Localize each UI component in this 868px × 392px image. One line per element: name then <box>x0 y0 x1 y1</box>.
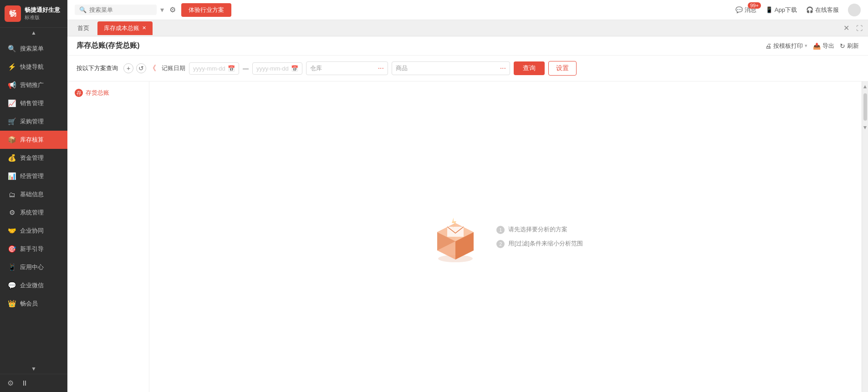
finance-icon: 💰 <box>7 153 16 163</box>
newbie-icon: 🎯 <box>7 244 16 254</box>
empty-state: 1 请先选择要分析的方案 2 用[过滤]条件来缩小分析范围 <box>149 81 862 392</box>
sidebar-item-newbie[interactable]: 🎯 新手引导 <box>0 240 67 258</box>
purchase-icon: 🛒 <box>7 117 16 126</box>
search-box[interactable]: 🔍 <box>75 5 157 15</box>
logo-area: 畅 畅捷通好生意 标准版 <box>0 0 67 28</box>
topbar-search-area: 🔍 ▾ ⚙ 体验行业方案 <box>75 3 732 17</box>
topbar-settings-icon[interactable]: ⚙ <box>168 4 178 16</box>
topbar-search-icon: 🔍 <box>79 6 87 13</box>
scroll-down-button[interactable]: ▼ <box>861 122 868 132</box>
sidebar-label-sales: 销售管理 <box>20 99 44 107</box>
print-dropdown-icon[interactable]: ▾ <box>805 43 807 49</box>
sidebar-item-vip[interactable]: 👑 畅会员 <box>0 295 67 313</box>
refresh-button[interactable]: ↻ 刷新 <box>840 42 859 50</box>
tab-inventory-ledger[interactable]: 库存成本总账 ✕ <box>97 21 153 35</box>
message-button[interactable]: 💬 消息 99+ <box>735 6 756 14</box>
scroll-thumb[interactable] <box>863 93 867 121</box>
sidebar-item-sales[interactable]: 📈 销售管理 <box>0 94 67 112</box>
tab-home[interactable]: 首页 <box>71 21 96 35</box>
search-dropdown-icon[interactable]: ▾ <box>160 5 164 14</box>
tab-close-icon[interactable]: ✕ <box>142 25 146 31</box>
filter-label: 按以下方案查询 <box>77 64 118 72</box>
content-area: 存 存货总账 <box>67 81 868 392</box>
sidebar-label-operations: 经营管理 <box>20 172 44 180</box>
export-button[interactable]: 📤 导出 <box>813 42 834 50</box>
refresh-icon: ↻ <box>840 42 845 50</box>
warehouse-select[interactable]: 仓库 ··· <box>306 61 388 75</box>
sidebar-scroll-down[interactable]: ▼ <box>31 365 36 373</box>
search-input[interactable] <box>89 6 144 13</box>
footer-toggle-icon[interactable]: ⏸ <box>21 379 28 387</box>
sidebar-label-base-info: 基础信息 <box>20 190 44 199</box>
goods-more-icon[interactable]: ··· <box>500 64 506 72</box>
scheme-icon: 存 <box>75 89 83 97</box>
tip-num-1: 1 <box>496 226 505 234</box>
app-download-button[interactable]: 📱 App下载 <box>766 6 797 14</box>
online-service-label: 在线客服 <box>815 6 839 14</box>
sidebar-item-quick-nav[interactable]: ⚡ 快捷导航 <box>0 58 67 76</box>
warehouse-more-icon[interactable]: ··· <box>378 64 384 72</box>
filter-add-button[interactable]: + <box>123 63 133 73</box>
empty-tip-1: 1 请先选择要分析的方案 <box>496 225 582 234</box>
date-label: 记账日期 <box>162 64 185 72</box>
operations-icon: 📊 <box>7 172 16 181</box>
sidebar-item-system[interactable]: ⚙ 系统管理 <box>0 204 67 222</box>
logo-text: 畅捷通好生意 标准版 <box>25 6 60 21</box>
sidebar-item-inventory[interactable]: 📦 库存核算 <box>0 131 67 149</box>
topbar: 🔍 ▾ ⚙ 体验行业方案 💬 消息 99+ 📱 App下载 🎧 在线客服 <box>67 0 868 20</box>
sidebar-label-vip: 畅会员 <box>20 300 38 308</box>
logo-icon: 畅 <box>5 5 21 22</box>
sidebar-label-purchase: 采购管理 <box>20 117 44 126</box>
query-button[interactable]: 查询 <box>514 61 545 75</box>
date-start-input[interactable]: yyyy-mm-dd 📅 <box>189 62 239 75</box>
sidebar-item-purchase[interactable]: 🛒 采购管理 <box>0 112 67 131</box>
empty-illustration-svg <box>428 209 483 264</box>
inventory-icon: 📦 <box>7 135 16 144</box>
print-icon: 🖨 <box>765 42 771 50</box>
sidebar-item-search[interactable]: 🔍 搜索菜单 <box>0 40 67 58</box>
sidebar-label-inventory: 库存核算 <box>20 136 44 144</box>
sidebar-label-app-center: 应用中心 <box>20 263 44 271</box>
enterprise-icon: 🤝 <box>7 226 16 235</box>
sidebar-item-wechat[interactable]: 💬 企业微信 <box>0 276 67 295</box>
page-content: 库存总账(存货总账) 🖨 按模板打印 ▾ 📤 导出 ↻ 刷新 按以下方案查询 <box>67 36 868 392</box>
scroll-up-button[interactable]: ▲ <box>861 81 868 92</box>
sidebar-item-base-info[interactable]: 🗂 基础信息 <box>0 185 67 204</box>
goods-select[interactable]: 商品 ··· <box>392 61 510 75</box>
online-service-button[interactable]: 🎧 在线客服 <box>806 6 839 14</box>
filter-reset-button[interactable]: ↺ <box>136 63 146 73</box>
sidebar-label-newbie: 新手引导 <box>20 245 44 253</box>
panel-close-button[interactable]: ✕ <box>840 22 853 35</box>
industry-solution-button[interactable]: 体验行业方案 <box>181 3 231 17</box>
sales-icon: 📈 <box>7 99 16 108</box>
right-scrollbar: ▲ ▼ <box>862 81 868 392</box>
export-icon: 📤 <box>813 42 821 50</box>
search-icon: 🔍 <box>7 44 16 53</box>
sidebar-item-marketing[interactable]: 📢 营销推广 <box>0 76 67 94</box>
sidebar-scroll-up[interactable]: ▲ <box>31 29 36 37</box>
user-avatar[interactable] <box>848 4 861 16</box>
tip-text-1: 请先选择要分析的方案 <box>508 225 567 234</box>
sidebar-item-operations[interactable]: 📊 经营管理 <box>0 167 67 185</box>
filter-settings-button[interactable]: 设置 <box>548 61 577 76</box>
scheme-item-inventory-total[interactable]: 存 存货总账 <box>67 85 149 101</box>
print-template-button[interactable]: 🖨 按模板打印 ▾ <box>765 42 807 50</box>
footer-settings-icon[interactable]: ⚙ <box>7 379 14 387</box>
panel-resize-button[interactable]: ⛶ <box>854 23 864 33</box>
date-end-input[interactable]: yyyy-mm-dd 📅 <box>252 62 302 75</box>
calendar-end-icon[interactable]: 📅 <box>291 65 298 72</box>
tab-home-label: 首页 <box>77 24 89 32</box>
calendar-start-icon[interactable]: 📅 <box>228 65 235 72</box>
sidebar-footer: ⚙ ⏸ <box>0 374 67 392</box>
sidebar-item-enterprise[interactable]: 🤝 企业协同 <box>0 222 67 240</box>
sidebar-item-finance[interactable]: 💰 资金管理 <box>0 149 67 167</box>
sidebar-item-app-center[interactable]: 📱 应用中心 <box>0 258 67 276</box>
edition-label: 标准版 <box>25 14 60 21</box>
filter-collapse-button[interactable]: 《 <box>149 64 156 73</box>
sidebar-label-search: 搜索菜单 <box>20 45 44 53</box>
main-area: 🔍 ▾ ⚙ 体验行业方案 💬 消息 99+ 📱 App下载 🎧 在线客服 <box>67 0 868 392</box>
app-center-icon: 📱 <box>7 263 16 272</box>
message-badge: 99+ <box>748 2 761 9</box>
message-icon: 💬 <box>735 6 743 13</box>
sidebar-label-system: 系统管理 <box>20 209 44 217</box>
